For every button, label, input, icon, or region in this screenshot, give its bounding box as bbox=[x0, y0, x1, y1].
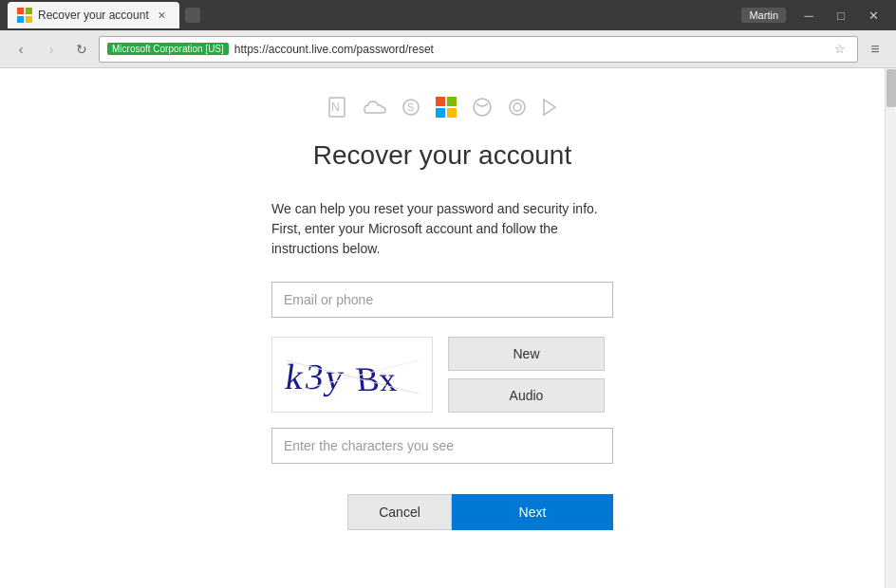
form-container: We can help you reset your password and … bbox=[252, 199, 632, 530]
store-icon bbox=[542, 98, 557, 117]
skype-icon: S bbox=[401, 98, 420, 117]
captcha-svg: k3y Bx bbox=[281, 341, 423, 408]
svg-rect-3 bbox=[26, 16, 32, 23]
svg-text:N: N bbox=[331, 101, 340, 114]
svg-marker-12 bbox=[544, 100, 555, 115]
captcha-input[interactable] bbox=[271, 428, 613, 464]
scroll-thumb[interactable] bbox=[887, 69, 896, 107]
xbox-icon bbox=[472, 97, 493, 118]
back-button[interactable]: ‹ bbox=[8, 36, 34, 63]
svg-point-10 bbox=[510, 100, 525, 115]
audio-captcha-button[interactable]: Audio bbox=[448, 378, 605, 413]
close-button[interactable]: ✕ bbox=[858, 5, 888, 26]
address-bar[interactable]: Microsoft Corporation [US] https://accou… bbox=[99, 36, 858, 63]
captcha-area: k3y Bx New Audio bbox=[271, 337, 613, 413]
tab-title: Recover your account bbox=[38, 9, 149, 22]
svg-rect-2 bbox=[17, 16, 24, 23]
scrollbar[interactable] bbox=[885, 68, 896, 588]
next-button[interactable]: Next bbox=[452, 494, 613, 530]
address-bar-icons: ☆ bbox=[831, 40, 849, 59]
svg-rect-1 bbox=[26, 8, 32, 14]
user-badge: Martin bbox=[741, 8, 786, 23]
svg-rect-4 bbox=[185, 8, 200, 23]
title-bar: Recover your account ✕ Martin ─ □ ✕ bbox=[0, 0, 896, 30]
description-text: We can help you reset your password and … bbox=[271, 199, 613, 259]
ms-product-icons: N S bbox=[327, 97, 557, 118]
email-phone-input[interactable] bbox=[271, 282, 613, 318]
security-badge: Microsoft Corporation [US] bbox=[107, 43, 229, 55]
url-text: https://account.live.com/password/reset bbox=[234, 43, 825, 56]
content-area: N S bbox=[0, 68, 896, 588]
svg-point-9 bbox=[474, 99, 491, 116]
browser-window: Recover your account ✕ Martin ─ □ ✕ ‹ › … bbox=[0, 0, 896, 588]
onenote-icon: N bbox=[327, 97, 346, 118]
star-icon[interactable]: ☆ bbox=[831, 40, 849, 59]
cancel-button[interactable]: Cancel bbox=[347, 494, 452, 530]
action-buttons: Cancel Next bbox=[271, 494, 613, 530]
browser-menu-button[interactable]: ≡ bbox=[862, 36, 888, 63]
onedrive-icon bbox=[362, 100, 386, 115]
svg-text:k3y: k3y bbox=[283, 357, 348, 396]
new-tab-button[interactable] bbox=[179, 2, 206, 28]
tab-favicon bbox=[17, 8, 32, 23]
skype2-icon bbox=[508, 98, 527, 117]
title-bar-right: Martin ─ □ ✕ bbox=[741, 5, 888, 26]
active-tab[interactable]: Recover your account ✕ bbox=[8, 2, 179, 28]
title-bar-left: Recover your account ✕ bbox=[8, 2, 206, 28]
svg-text:S: S bbox=[407, 101, 414, 113]
captcha-buttons: New Audio bbox=[448, 337, 605, 413]
tab-strip: Recover your account ✕ bbox=[8, 2, 206, 28]
svg-point-11 bbox=[513, 103, 521, 111]
page-content: N S bbox=[0, 68, 885, 588]
navigation-bar: ‹ › ↻ Microsoft Corporation [US] https:/… bbox=[0, 30, 896, 68]
captcha-image: k3y Bx bbox=[271, 337, 433, 413]
minimize-button[interactable]: ─ bbox=[793, 5, 824, 26]
microsoft-logo bbox=[436, 97, 457, 118]
tab-close-button[interactable]: ✕ bbox=[155, 8, 170, 23]
new-captcha-button[interactable]: New bbox=[448, 337, 605, 371]
page-title: Recover your account bbox=[313, 140, 571, 171]
forward-button[interactable]: › bbox=[38, 36, 65, 63]
svg-rect-0 bbox=[17, 8, 24, 14]
refresh-button[interactable]: ↻ bbox=[68, 36, 95, 63]
maximize-button[interactable]: □ bbox=[826, 5, 856, 26]
